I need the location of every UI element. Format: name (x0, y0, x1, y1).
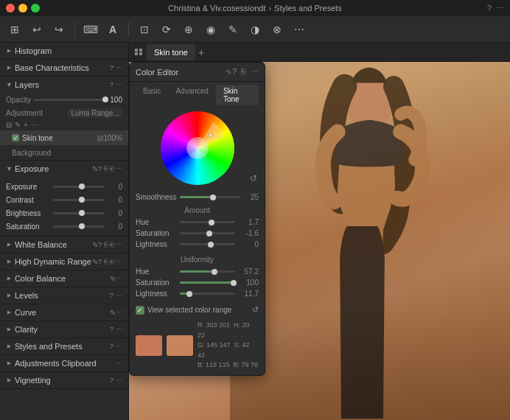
curve-header[interactable]: ▼ Curve ✎ ⋯ (0, 304, 128, 321)
minimize-button[interactable] (18, 4, 27, 13)
uni-light-thumb[interactable] (186, 291, 192, 297)
layers-sort-icon[interactable]: ⊟ (6, 121, 12, 129)
ce-more-1[interactable]: ⎘ (241, 67, 246, 77)
wheel-reset-icon[interactable]: ↺ (250, 173, 257, 183)
paste-icon-exp[interactable]: ⎗ (110, 165, 113, 172)
uni-hue-track[interactable] (180, 270, 235, 273)
layer-background[interactable]: Background (0, 145, 128, 160)
grid-view-icon[interactable]: ⊞ (6, 21, 24, 38)
gradient-icon[interactable]: ◑ (246, 21, 264, 38)
ce-more-2[interactable]: ⋯ (251, 67, 259, 77)
color-balance-header[interactable]: ▼ Color Balance ✎ ⋯ (0, 270, 128, 287)
more-icon-layers[interactable]: ⋯ (116, 81, 122, 88)
question-icon-layers[interactable]: ? (110, 81, 113, 88)
smoothness-thumb[interactable] (210, 195, 216, 200)
exposure-header[interactable]: ▼ Exposure ✎ ? ⎘ ⎗ ⋯ (0, 161, 128, 177)
color-swatch-2[interactable] (167, 335, 193, 356)
clipboard-more[interactable]: ⋯ (116, 360, 122, 367)
clarity-question[interactable]: ? (110, 326, 113, 333)
smoothness-track[interactable] (180, 196, 241, 198)
vignetting-question[interactable]: ? (110, 377, 113, 384)
clarity-header[interactable]: ▼ Clarity ? ⋯ (0, 321, 128, 337)
layers-brush-icon[interactable]: ✎ (15, 121, 21, 129)
styles-more[interactable]: ⋯ (116, 343, 122, 350)
more-tools-icon[interactable]: ⋯ (290, 21, 308, 38)
ce-tab-basic[interactable]: Basic (136, 85, 168, 105)
levels-more[interactable]: ⋯ (116, 292, 122, 299)
tab-skin-tone[interactable]: Skin tone (147, 44, 195, 60)
hdr-more[interactable]: ⋯ (116, 258, 122, 265)
clone-icon[interactable]: ⊕ (180, 21, 198, 38)
view-range-icon[interactable]: ↺ (252, 305, 259, 315)
wb-copy[interactable]: ⎘ (104, 241, 108, 248)
vignetting-header[interactable]: ▼ Vignetting ? ⋯ (0, 372, 128, 388)
layer-checkbox-skin[interactable]: ✓ (12, 134, 19, 141)
color-swatch-1[interactable] (136, 335, 162, 356)
amount-light-thumb[interactable] (208, 242, 214, 248)
styles-header[interactable]: ▼ Styles and Presets ? ⋯ (0, 338, 128, 354)
layers-add-icon[interactable]: + (24, 121, 28, 129)
base-characteristics-header[interactable]: ▼ Base Characteristics ? ⋯ (0, 60, 128, 76)
hdr-copy[interactable]: ⎘ (104, 258, 108, 265)
amount-sat-track[interactable] (180, 232, 235, 234)
histogram-header[interactable]: ▼ Histogram (0, 43, 128, 59)
view-range-checkbox[interactable]: ✓ (136, 306, 144, 315)
ce-question[interactable]: ? (232, 67, 237, 77)
white-balance-header[interactable]: ▼ White Balance ✎ ? ⎘ ⎗ ⋯ (0, 237, 128, 253)
contrast-thumb[interactable] (79, 197, 85, 203)
exposure-thumb[interactable] (79, 183, 85, 189)
more-icon-exp[interactable]: ⋯ (116, 165, 122, 172)
exposure-track[interactable] (53, 186, 105, 188)
hdr-paste[interactable]: ⎗ (110, 258, 113, 265)
brightness-thumb[interactable] (79, 210, 85, 216)
lasso-icon[interactable]: ⊗ (268, 21, 286, 38)
question-icon[interactable]: ? (110, 64, 113, 71)
fullscreen-button[interactable] (31, 4, 40, 13)
uni-light-track[interactable] (180, 293, 235, 295)
color-wheel[interactable] (161, 111, 234, 185)
ce-tab-advanced[interactable]: Advanced (168, 85, 215, 105)
vignetting-more[interactable]: ⋯ (116, 377, 122, 384)
wb-paste[interactable]: ⎗ (110, 241, 113, 248)
close-button[interactable] (6, 4, 15, 13)
levels-header[interactable]: ▼ Levels ? ⋯ (0, 287, 128, 304)
more-icon[interactable]: ⋯ (496, 4, 504, 13)
text-icon[interactable]: A (104, 21, 122, 38)
uni-sat-track[interactable] (180, 281, 235, 284)
amount-light-track[interactable] (180, 243, 235, 245)
uni-sat-thumb[interactable] (231, 280, 237, 286)
adjustment-value[interactable]: Luma Range... (68, 108, 122, 118)
rotate-icon[interactable]: ⟳ (158, 21, 175, 38)
wb-question[interactable]: ? (98, 241, 102, 248)
redo-icon[interactable]: ↪ (50, 21, 68, 38)
ce-tab-skin-tone[interactable]: Skin Tone (216, 85, 259, 105)
copy-icon-exp[interactable]: ⎘ (104, 165, 108, 172)
wb-more[interactable]: ⋯ (116, 241, 122, 248)
hdr-header[interactable]: ▼ High Dynamic Range ✎ ? ⎘ ⎗ ⋯ (0, 253, 128, 270)
keyboard-icon[interactable]: ⌨ (82, 21, 99, 38)
layers-list-icon[interactable]: ⋯ (31, 121, 38, 129)
tab-add-button[interactable]: + (198, 46, 204, 58)
amount-hue-thumb[interactable] (209, 220, 214, 225)
brightness-track[interactable] (53, 212, 105, 214)
contrast-track[interactable] (53, 199, 105, 201)
opacity-thumb[interactable] (102, 97, 108, 102)
layer-skin-tone[interactable]: ✓ Skin tone ⊟ 100% (0, 130, 128, 145)
hdr-question[interactable]: ? (98, 258, 102, 265)
curve-more[interactable]: ⋯ (116, 309, 122, 316)
crop-icon[interactable]: ⊡ (136, 21, 153, 38)
clarity-more[interactable]: ⋯ (116, 326, 122, 333)
undo-icon[interactable]: ↩ (28, 21, 46, 38)
amount-sat-thumb[interactable] (206, 231, 212, 237)
styles-question[interactable]: ? (110, 343, 113, 350)
brush-icon[interactable]: ✎ (224, 21, 242, 38)
levels-question[interactable]: ? (110, 292, 113, 299)
clipboard-header[interactable]: ▼ Adjustments Clipboard ⋯ (0, 355, 128, 371)
saturation-track[interactable] (53, 225, 105, 228)
help-icon[interactable]: ? (487, 4, 492, 13)
question-icon-exp[interactable]: ? (98, 165, 102, 172)
cb-more[interactable]: ⋯ (116, 275, 122, 282)
amount-hue-track[interactable] (180, 221, 235, 223)
uni-hue-thumb[interactable] (212, 269, 217, 275)
more-icon[interactable]: ⋯ (116, 64, 122, 71)
